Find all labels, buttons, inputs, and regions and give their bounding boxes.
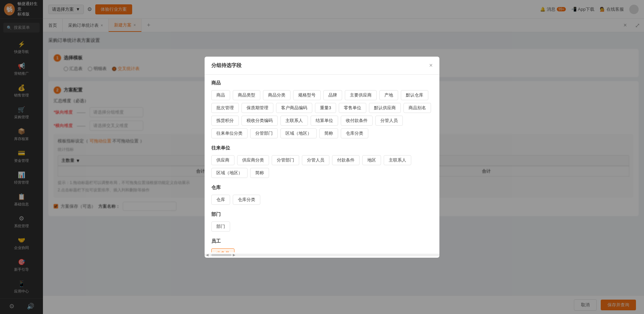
field-tag[interactable]: 部门 <box>211 222 230 232</box>
field-tag[interactable]: 零售单位 <box>339 103 366 113</box>
field-tag[interactable]: 简称 <box>319 128 338 138</box>
department-section-title: 部门 <box>211 211 433 217</box>
field-tag[interactable]: 默认仓库 <box>401 90 428 100</box>
field-tag[interactable]: 商品类型 <box>233 90 260 100</box>
employee-section-title: 员工 <box>211 238 433 244</box>
field-tag[interactable]: 业务员 <box>211 248 234 252</box>
field-tag[interactable]: 仓库 <box>211 195 230 205</box>
field-tag[interactable]: 仓库分类 <box>341 128 368 138</box>
product-fields: 商品商品类型商品分类规格型号品牌主要供应商产地默认仓库批次管理保质期管理客户商品… <box>211 90 433 138</box>
field-tag[interactable]: 保质期管理 <box>241 103 273 113</box>
warehouse-section-title: 仓库 <box>211 185 433 191</box>
field-tag[interactable]: 付款条件 <box>332 155 360 165</box>
field-tag[interactable]: 拣货积分 <box>211 116 239 126</box>
modal-header: 分组待选字段 × <box>205 57 439 75</box>
modal-close-button[interactable]: × <box>429 62 433 69</box>
field-tag[interactable]: 产地 <box>379 90 398 100</box>
product-section-title: 商品 <box>211 80 433 86</box>
scrollbar-left-arrow[interactable]: ◀ <box>205 253 210 257</box>
product-section: 商品 商品商品类型商品分类规格型号品牌主要供应商产地默认仓库批次管理保质期管理客… <box>211 80 433 138</box>
field-tag[interactable]: 主要供应商 <box>345 90 377 100</box>
warehouse-fields: 仓库仓库分类 <box>211 195 433 205</box>
field-tag[interactable]: 区域（地区） <box>280 128 317 138</box>
employee-section: 员工 业务员 <box>211 238 433 252</box>
field-tag[interactable]: 默认供应商 <box>369 103 401 113</box>
field-tag[interactable]: 批次管理 <box>211 103 239 113</box>
horizontal-scrollbar[interactable]: ◀ ▶ <box>205 254 439 256</box>
field-tag[interactable]: 供应商分类 <box>237 155 269 165</box>
modal-body: 商品 商品商品类型商品分类规格型号品牌主要供应商产地默认仓库批次管理保质期管理客… <box>205 75 439 252</box>
field-tag[interactable]: 简称 <box>250 168 269 178</box>
field-tag[interactable]: 客户商品编码 <box>276 103 312 113</box>
scrollbar-thumb[interactable] <box>211 254 231 256</box>
field-tag[interactable]: 供应商 <box>211 155 234 165</box>
field-tag[interactable]: 收付款条件 <box>341 116 373 126</box>
modal-footer: ◀ ▶ <box>205 252 439 258</box>
partner-fields: 供应商供应商分类分管部门分管人员付款条件地区主联系人区域（地区）简称 <box>211 155 433 178</box>
department-fields: 部门 <box>211 222 433 232</box>
scrollbar-right-arrow[interactable]: ▶ <box>231 253 237 257</box>
warehouse-section: 仓库 仓库仓库分类 <box>211 185 433 205</box>
field-tag[interactable]: 商品 <box>211 90 230 100</box>
field-tag[interactable]: 规格型号 <box>293 90 321 100</box>
field-tag[interactable]: 往来单位分类 <box>211 128 248 138</box>
field-tag[interactable]: 商品别名 <box>404 103 431 113</box>
field-tag[interactable]: 区域（地区） <box>211 168 248 178</box>
field-tag[interactable]: 品牌 <box>323 90 342 100</box>
field-tag[interactable]: 主联系人 <box>384 155 411 165</box>
field-tag[interactable]: 分管人员 <box>302 155 329 165</box>
field-tag[interactable]: 分管部门 <box>250 128 278 138</box>
modal-overlay: 分组待选字段 × 商品 商品商品类型商品分类规格型号品牌主要供应商产地默认仓库批… <box>0 0 644 314</box>
field-tag[interactable]: 分管人员 <box>375 116 403 126</box>
modal-title: 分组待选字段 <box>211 62 241 69</box>
partner-section: 往来单位 供应商供应商分类分管部门分管人员付款条件地区主联系人区域（地区）简称 <box>211 145 433 178</box>
field-tag[interactable]: 结算单位 <box>311 116 338 126</box>
department-section: 部门 部门 <box>211 211 433 232</box>
field-tag[interactable]: 地区 <box>362 155 381 165</box>
partner-section-title: 往来单位 <box>211 145 433 151</box>
field-tag[interactable]: 重量3 <box>315 103 336 113</box>
field-tag[interactable]: 主联系人 <box>280 116 308 126</box>
modal: 分组待选字段 × 商品 商品商品类型商品分类规格型号品牌主要供应商产地默认仓库批… <box>205 57 439 258</box>
field-tag[interactable]: 税收分类编码 <box>241 116 278 126</box>
field-tag[interactable]: 分管部门 <box>272 155 299 165</box>
field-tag[interactable]: 商品分类 <box>263 90 290 100</box>
employee-fields: 业务员 <box>211 248 433 252</box>
field-tag[interactable]: 仓库分类 <box>233 195 260 205</box>
